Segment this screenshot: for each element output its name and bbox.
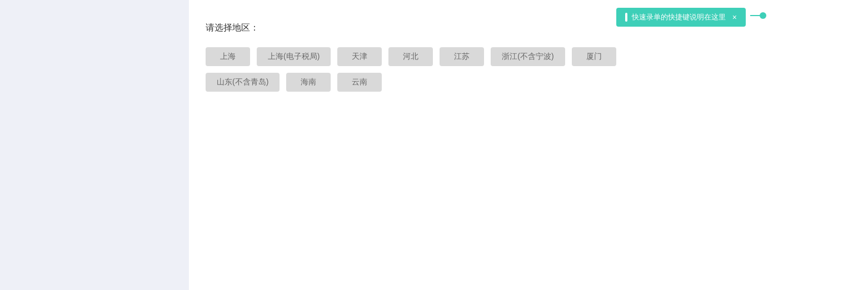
region-btn-shanghai[interactable]: 上海 <box>206 47 250 66</box>
region-btn-shanghai-electronic[interactable]: 上海(电子税局) <box>257 47 331 66</box>
region-buttons-row-1: 上海 上海(电子税局) 天津 河北 江苏 浙江(不含宁波) 厦门 <box>206 47 851 66</box>
region-btn-jiangsu[interactable]: 江苏 <box>440 47 484 66</box>
region-btn-zhejiang[interactable]: 浙江(不含宁波) <box>491 47 565 66</box>
region-buttons-row-2: 山东(不含青岛) 海南 云南 <box>206 73 851 92</box>
region-section: 请选择地区： 上海 上海(电子税局) 天津 河北 江苏 浙江(不含宁波) 厦门 … <box>189 0 868 115</box>
region-btn-yunnan[interactable]: 云南 <box>337 73 382 92</box>
section-title: 请选择地区： <box>206 22 851 34</box>
region-btn-shandong[interactable]: 山东(不含青岛) <box>206 73 280 92</box>
region-btn-hainan[interactable]: 海南 <box>286 73 331 92</box>
region-btn-xiamen[interactable]: 厦门 <box>572 47 616 66</box>
region-btn-tianjin[interactable]: 天津 <box>337 47 382 66</box>
tooltip-close-button[interactable]: × <box>732 13 737 22</box>
region-btn-hebei[interactable]: 河北 <box>388 47 433 66</box>
tooltip-bar-indicator <box>625 13 627 22</box>
main-content: 请选择地区： 上海 上海(电子税局) 天津 河北 江苏 浙江(不含宁波) 厦门 … <box>189 0 868 290</box>
sidebar <box>0 0 189 290</box>
tooltip-banner: 快速录单的快捷键说明在这里 × <box>616 8 746 27</box>
tooltip-text: 快速录单的快捷键说明在这里 <box>632 12 726 22</box>
tooltip-connector-dot <box>760 12 766 19</box>
